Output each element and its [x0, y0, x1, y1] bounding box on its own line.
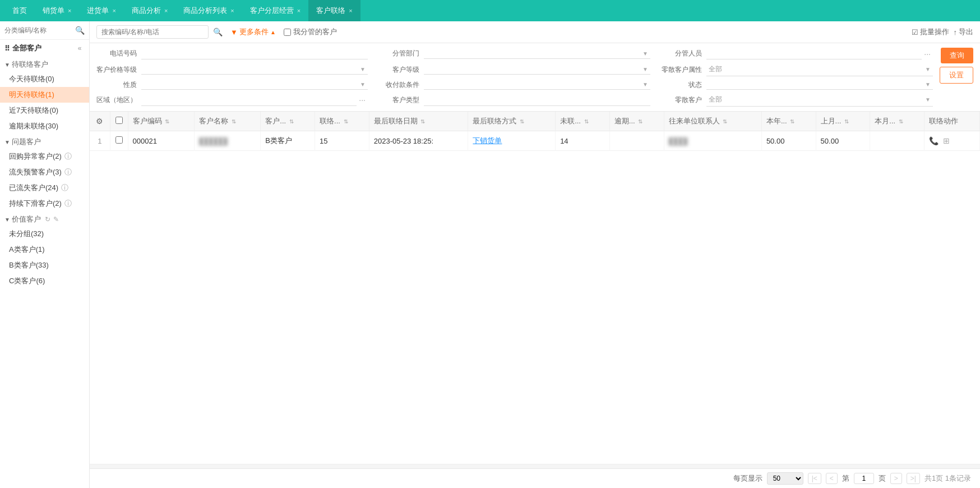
sidebar-item-classC[interactable]: C类客户(6): [0, 273, 89, 289]
nav-close-0[interactable]: ×: [68, 7, 71, 14]
col-last-contact-method: 最后联络方式 ⇅: [468, 112, 556, 131]
page-number-input[interactable]: [854, 473, 874, 484]
column-settings-button[interactable]: ⚙: [96, 117, 103, 126]
filter-manager-input[interactable]: [706, 48, 922, 59]
next-page-button[interactable]: >: [890, 473, 902, 484]
last-page-button[interactable]: >|: [907, 473, 920, 484]
total-records-label: 共1页 1条记录: [924, 473, 971, 484]
query-button[interactable]: 查询: [941, 48, 973, 63]
nav-close-2[interactable]: ×: [164, 7, 168, 14]
filter-row-3: 性质 ▼ 收付款条件 ▼: [96, 80, 933, 90]
sort-icon-overdue[interactable]: ⇅: [638, 118, 642, 125]
filter-retail-attr-label: 零散客户属性: [662, 65, 706, 75]
nav-item-1[interactable]: 进货单 ×: [79, 0, 123, 21]
table-scrollbar[interactable]: [90, 464, 980, 468]
page-label: 第: [842, 473, 849, 484]
cell-year-amount: 50.00: [761, 131, 816, 151]
first-page-button[interactable]: |<: [808, 473, 821, 484]
table-area: ⚙ 客户编码 ⇅ 客户名称 ⇅: [90, 112, 980, 464]
sidebar-group-value[interactable]: ▼ 价值客户 ↻ ✎: [0, 211, 89, 226]
cell-seq: 1: [90, 131, 110, 151]
my-customers-checkbox[interactable]: [284, 29, 291, 36]
sidebar-item-churned[interactable]: 已流失客户(24) ⓘ: [0, 180, 89, 196]
sort-icon-type[interactable]: ⇅: [289, 118, 294, 125]
info-icon-2: ⓘ: [64, 168, 72, 176]
nav-item-3[interactable]: 商品分析列表 ×: [175, 0, 242, 21]
filter-retail-attr-select[interactable]: 全部 ▼: [706, 63, 933, 76]
filter-status-select[interactable]: ▼: [706, 80, 933, 90]
filter-phone-input[interactable]: [141, 48, 368, 59]
edit-icon[interactable]: ✎: [53, 215, 59, 223]
filter-price-select[interactable]: ▼: [141, 65, 368, 75]
sort-icon-thismonth[interactable]: ⇅: [899, 118, 903, 125]
sidebar-search-icon[interactable]: 🔍: [75, 26, 85, 35]
nav-close-1[interactable]: ×: [112, 7, 115, 14]
last-method-link[interactable]: 下销货单: [473, 136, 502, 145]
export-button[interactable]: ↑ 导出: [954, 27, 974, 37]
sort-icon-code[interactable]: ⇅: [165, 118, 169, 125]
info-icon-3: ⓘ: [61, 183, 68, 192]
row-checkbox[interactable]: [115, 136, 123, 144]
nav-close-3[interactable]: ×: [230, 7, 234, 14]
prev-page-button[interactable]: <: [826, 473, 838, 484]
sidebar-item-classA[interactable]: A类客户(1): [0, 242, 89, 257]
sort-icon-unit[interactable]: ⇅: [723, 118, 727, 125]
cell-this-month: [870, 131, 924, 151]
filter-region-dots[interactable]: ···: [357, 95, 368, 104]
sort-icon-contact[interactable]: ⇅: [344, 118, 348, 125]
sidebar-all-customers[interactable]: ⠿ 全部客户 «: [0, 40, 89, 57]
sidebar-item-churn-warning[interactable]: 流失预警客户(3) ⓘ: [0, 164, 89, 180]
nav-home[interactable]: 首页: [4, 0, 35, 21]
select-all-checkbox[interactable]: [115, 117, 123, 124]
filter-customer-type-input[interactable]: [424, 94, 650, 106]
filter-payment-select[interactable]: ▼: [424, 80, 650, 90]
nav-close-5[interactable]: ×: [349, 7, 352, 14]
filter-nature-label: 性质: [96, 80, 141, 90]
cell-code: 000021: [128, 131, 194, 151]
sort-icon-lastmonth[interactable]: ⇅: [844, 118, 849, 125]
chevron-down-icon: ▼: [4, 62, 10, 68]
nav-item-2[interactable]: 商品分析 ×: [124, 0, 175, 21]
filter-region-input[interactable]: [141, 94, 357, 106]
my-customers-checkbox-label[interactable]: 我分管的客户: [284, 27, 337, 37]
sidebar-item-7days[interactable]: 近7天待联络(0): [0, 103, 89, 118]
filter-search-input[interactable]: [96, 25, 209, 39]
sidebar-item-tomorrow[interactable]: 明天待联络(1): [0, 87, 89, 103]
filter-search-button[interactable]: 🔍: [213, 27, 223, 36]
sidebar-item-today[interactable]: 今天待联络(0): [0, 71, 89, 87]
sort-icon-method[interactable]: ⇅: [520, 118, 524, 125]
sort-icon-unlisted[interactable]: ⇅: [584, 118, 589, 125]
sort-icon-name[interactable]: ⇅: [232, 118, 236, 125]
sidebar-item-overdue[interactable]: 逾期未联络(30): [0, 118, 89, 134]
filter-retail-customer-label: 零散客户: [662, 95, 706, 105]
sort-icon-date[interactable]: ⇅: [420, 118, 425, 125]
filter-customer-level-select[interactable]: ▼: [424, 65, 650, 75]
more-actions-icon[interactable]: ⊞: [943, 136, 950, 145]
sidebar-item-repurchase[interactable]: 回购异常客户(2) ⓘ: [0, 149, 89, 164]
sidebar-search-input[interactable]: [4, 26, 73, 34]
filter-manager-dots[interactable]: ···: [922, 49, 933, 58]
cell-unlisted: 14: [556, 131, 610, 151]
nav-item-5[interactable]: 客户联络 ×: [308, 0, 360, 21]
refresh-icon[interactable]: ↻: [45, 215, 50, 223]
sidebar-group-problem[interactable]: ▼ 问题客户: [0, 134, 89, 149]
col-last-month: 上月... ⇅: [816, 112, 870, 131]
nav-close-4[interactable]: ×: [297, 7, 301, 14]
nav-item-4[interactable]: 客户分层经营 ×: [242, 0, 308, 21]
filter-retail-customer-select[interactable]: 全部 ▼: [706, 93, 933, 107]
filter-nature-select[interactable]: ▼: [141, 80, 368, 90]
batch-ops-button[interactable]: ☑ 批量操作: [912, 27, 949, 37]
nav-item-0[interactable]: 销货单 ×: [35, 0, 79, 21]
sidebar-item-ungroup[interactable]: 未分组(32): [0, 226, 89, 242]
sort-icon-year[interactable]: ⇅: [790, 118, 794, 125]
sidebar-collapse-btn[interactable]: «: [75, 43, 85, 53]
sidebar-item-classB[interactable]: B类客户(33): [0, 257, 89, 273]
filter-more-conditions-button[interactable]: ▼ 更多条件 ▲: [227, 25, 279, 39]
sidebar-group-pending[interactable]: ▼ 待联络客户: [0, 57, 89, 71]
sidebar-item-declining[interactable]: 持续下滑客户(2) ⓘ: [0, 196, 89, 211]
cell-last-date: 2023-05-23 18:25:: [369, 131, 468, 151]
set-button[interactable]: 设置: [940, 67, 973, 84]
page-size-select[interactable]: 50 10 20 100: [767, 472, 803, 485]
phone-icon[interactable]: 📞: [929, 136, 939, 145]
filter-dept-select[interactable]: ▼: [424, 49, 650, 59]
